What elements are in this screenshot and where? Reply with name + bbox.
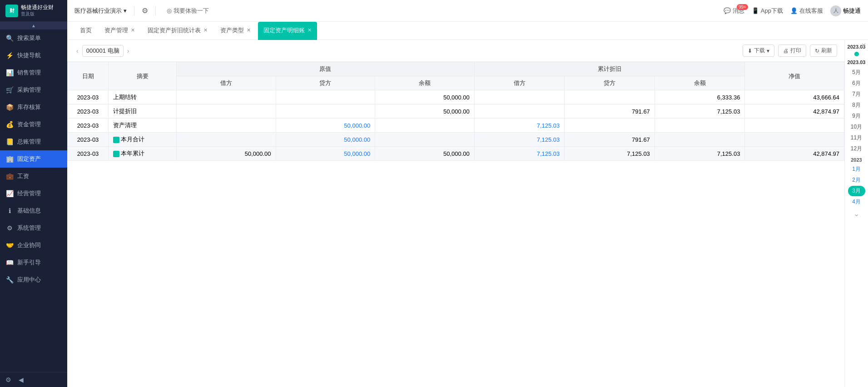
tab-close-2[interactable]: ✕	[203, 27, 208, 33]
username: 畅捷通	[843, 7, 861, 15]
cell-orig-debit-3	[177, 133, 276, 147]
timeline-month-8月[interactable]: 8月	[848, 100, 865, 110]
sidebar-label-5: 资金管理	[17, 120, 41, 129]
tab-close-4[interactable]: ✕	[308, 27, 312, 33]
sidebar-label-14: 应用中心	[17, 276, 41, 284]
timeline-month-1月[interactable]: 1月	[848, 164, 865, 174]
sidebar-item-工资[interactable]: 💼工资	[0, 168, 67, 185]
cell-date-3: 2023-03	[68, 133, 109, 147]
th-acc-balance: 余额	[655, 76, 745, 90]
sidebar-item-系统管理[interactable]: ⚙系统管理	[0, 219, 67, 237]
timeline-close-btn[interactable]: ✕	[861, 42, 866, 49]
th-orig-debit: 借方	[177, 76, 276, 90]
cell-orig-debit-4: 50,000.00	[177, 147, 276, 161]
sidebar-item-经营管理[interactable]: 📈经营管理	[0, 185, 67, 202]
cell-acc-credit-1: 791.67	[565, 104, 655, 119]
th-accumulated-group: 累计折旧	[474, 62, 745, 76]
sidebar-scroll-up[interactable]: ▲	[0, 22, 67, 30]
cell-summary-2: 资产清理	[109, 119, 177, 133]
cell-orig-balance-4: 50,000.00	[375, 147, 475, 161]
company-name: 医疗器械行业演示	[74, 7, 122, 15]
timeline-month-12月[interactable]: 12月	[848, 144, 865, 154]
sidebar-label-13: 新手引导	[17, 258, 41, 267]
timeline-arrow-down[interactable]: ⌄	[853, 208, 859, 220]
th-orig-credit: 贷方	[276, 76, 375, 90]
sidebar-item-总账管理[interactable]: 📒总账管理	[0, 133, 67, 150]
timeline-month-11月[interactable]: 11月	[848, 133, 865, 143]
th-date: 日期	[68, 62, 109, 90]
settings-bottom-icon[interactable]: ⚙	[5, 376, 11, 383]
sidebar-item-销售管理[interactable]: 📊销售管理	[0, 64, 67, 81]
app-download-btn[interactable]: 📱 App下载	[752, 7, 783, 15]
sidebar-label-7: 固定资产	[17, 155, 41, 163]
th-acc-debit: 借方	[474, 76, 565, 90]
online-service-btn[interactable]: 👤 在线客服	[790, 7, 823, 15]
cell-orig-balance-0: 50,000.00	[375, 90, 475, 104]
sidebar-item-新手引导[interactable]: 📖新手引导	[0, 254, 67, 271]
sidebar: 财 畅捷通好业财 普及版 ▲ 🔍搜索菜单⚡快捷导航📊销售管理🛒采购管理📦库存核算…	[0, 0, 67, 387]
sidebar-item-搜索菜单[interactable]: 🔍搜索菜单	[0, 30, 67, 47]
timeline-month-2月[interactable]: 2月	[848, 175, 865, 185]
sidebar-item-基础信息[interactable]: ℹ基础信息	[0, 202, 67, 219]
timeline-month-3月[interactable]: 3月	[848, 186, 865, 196]
tab-4[interactable]: 固定资产明细账✕	[258, 22, 317, 40]
download-btn-label: 下载	[754, 47, 765, 55]
timeline-month-4月[interactable]: 4月	[848, 197, 865, 207]
acc-debit-val-4: 7,125.03	[537, 150, 560, 157]
tab-label-0: 首页	[80, 26, 92, 35]
th-orig-balance: 余额	[375, 76, 475, 90]
message-btn[interactable]: 💬 消息 99+	[724, 7, 744, 15]
timeline-month-6月[interactable]: 6月	[848, 78, 865, 89]
sidebar-item-应用中心[interactable]: 🔧应用中心	[0, 271, 67, 288]
cell-acc-balance-3	[655, 133, 745, 147]
timeline-month-5月[interactable]: 5月	[848, 67, 865, 78]
avatar: 人	[830, 5, 841, 16]
tab-0[interactable]: 首页	[74, 22, 97, 40]
settings-icon[interactable]: ⚙	[142, 6, 148, 15]
tab-3[interactable]: 资产类型✕	[215, 22, 256, 40]
cell-acc-debit-3: 7,125.03	[474, 133, 565, 147]
tab-label-3: 资产类型	[220, 26, 244, 35]
table-row-2: 2023-03 资产清理 50,000.00 7,125.03	[68, 119, 844, 133]
sidebar-label-0: 搜索菜单	[17, 34, 41, 42]
sidebar-item-资金管理[interactable]: 💰资金管理	[0, 116, 67, 133]
tab-1[interactable]: 资产管理✕	[99, 22, 140, 40]
timeline-month-7月[interactable]: 7月	[848, 89, 865, 99]
cell-date-0: 2023-03	[68, 90, 109, 104]
nav-icon-1: ⚡	[5, 52, 14, 59]
sidebar-label-8: 工资	[17, 172, 29, 180]
asset-prev-btn[interactable]: ‹	[74, 46, 80, 55]
cell-orig-credit-4: 50,000.00	[276, 147, 375, 161]
timeline-month-9月[interactable]: 9月	[848, 111, 865, 121]
cell-acc-balance-2	[655, 119, 745, 133]
sidebar-label-1: 快捷导航	[17, 51, 41, 60]
sidebar-item-库存核算[interactable]: 📦库存核算	[0, 99, 67, 116]
sidebar-item-快捷导航[interactable]: ⚡快捷导航	[0, 47, 67, 64]
cell-acc-credit-2	[565, 119, 655, 133]
tab-2[interactable]: 固定资产折旧统计表✕	[142, 22, 213, 40]
table-scroll-container[interactable]: 日期 摘要 原值 累计折旧 净值 借方 贷方 余额 借方 贷方 余额	[67, 62, 844, 387]
content-area: ‹ 000001 电脑 › ⬇ 下载 ▾ 🖨 打印 ↻	[67, 40, 868, 387]
download-icon: 📱	[752, 7, 759, 14]
tab-close-3[interactable]: ✕	[247, 27, 251, 33]
orig-credit-val-4: 50,000.00	[344, 150, 370, 157]
collapse-icon[interactable]: ◀	[19, 376, 24, 383]
user-menu[interactable]: 人 畅捷通	[830, 5, 861, 16]
orig-credit-val-2: 50,000.00	[344, 122, 370, 129]
th-acc-credit: 贷方	[565, 76, 655, 90]
nav-icon-11: ⚙	[5, 224, 14, 232]
refresh-btn[interactable]: ↻ 刷新	[810, 45, 837, 57]
tab-close-1[interactable]: ✕	[131, 27, 135, 33]
nav-icon-10: ℹ	[5, 207, 14, 214]
company-selector[interactable]: 医疗器械行业演示 ▾	[74, 7, 127, 15]
sidebar-item-企业协同[interactable]: 🤝企业协同	[0, 237, 67, 254]
experience-btn[interactable]: ◎ 我要体验一下	[163, 5, 213, 17]
download-btn[interactable]: ⬇ 下载 ▾	[743, 45, 774, 57]
sidebar-nav: 🔍搜索菜单⚡快捷导航📊销售管理🛒采购管理📦库存核算💰资金管理📒总账管理🏢固定资产…	[0, 30, 67, 372]
sidebar-item-采购管理[interactable]: 🛒采购管理	[0, 81, 67, 99]
asset-next-btn[interactable]: ›	[125, 46, 131, 55]
sidebar-item-固定资产[interactable]: 🏢固定资产	[0, 150, 67, 168]
print-btn[interactable]: 🖨 打印	[778, 45, 806, 57]
logo-icon: 财	[5, 5, 18, 17]
timeline-month-10月[interactable]: 10月	[848, 122, 865, 132]
